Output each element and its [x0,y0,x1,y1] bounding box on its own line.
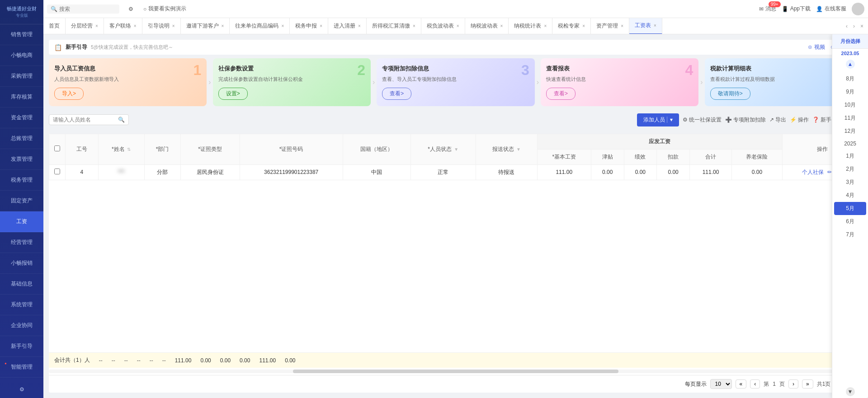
op-social-insurance[interactable]: 个人社保 [802,169,824,175]
month-item-10[interactable]: 5月 [834,202,866,215]
scrollbar-thumb[interactable] [293,370,618,373]
sidebar-item-17[interactable]: 应用中心 [0,378,43,381]
sidebar-item-11[interactable]: 小畅报销 [0,253,43,274]
toolbar-action-1[interactable]: ➕专项附加扣除 [725,116,766,124]
tab-12[interactable]: 税检专家× [552,18,591,34]
month-item-8[interactable]: 3月 [834,176,866,189]
month-item-3[interactable]: 11月 [834,112,866,125]
tab-1[interactable]: 分层经营× [66,18,104,34]
select-all-checkbox[interactable] [54,145,60,151]
sidebar-item-3[interactable]: 库存核算 [0,87,43,108]
sidebar-item-1[interactable]: 小畅电商 [0,45,43,66]
month-item-9[interactable]: 4月 [834,189,866,202]
demo-btn[interactable]: ○ 我要看实例演示 [139,3,191,14]
online-service-btn[interactable]: 👤 在线客服 [816,5,846,13]
sidebar-item-14[interactable]: 企业协同 [0,315,43,336]
th-report-status[interactable]: 报送状态 ▼ [476,134,537,164]
op-edit[interactable]: ✏ [827,169,832,175]
search-input[interactable] [59,6,104,12]
row-checkbox-0[interactable] [54,169,60,174]
month-item-12[interactable]: 7月 [834,228,866,241]
tab-close-11[interactable]: × [544,23,547,28]
tab-prev-btn[interactable]: ‹ [843,21,850,31]
add-employee-dropdown[interactable]: ▾ [667,117,673,123]
tab-0[interactable]: 首页 [43,18,66,34]
toolbar-action-2[interactable]: ↗导出 [769,116,786,124]
th-checkbox[interactable] [49,134,66,164]
step-btn-3[interactable]: 查看> [382,88,411,100]
per-page-select[interactable]: 10 [710,379,732,389]
th-name[interactable]: *姓名 ⇅ [98,134,144,164]
month-item-11[interactable]: 6月 [834,215,866,228]
sidebar-item-2[interactable]: 采购管理 [0,66,43,87]
tab-7[interactable]: 进入清册× [328,18,367,34]
sidebar-item-16[interactable]: 智能管理 [0,357,43,378]
tab-close-13[interactable]: × [621,23,623,28]
tab-13[interactable]: 资产管理× [591,18,629,34]
sidebar-item-7[interactable]: 税务管理 [0,170,43,191]
step-btn-1[interactable]: 导入> [54,88,84,100]
sidebar-item-13[interactable]: 系统管理 [0,295,43,315]
topbar-search[interactable]: 🔍 [47,5,119,14]
tab-3[interactable]: 引导说明× [142,18,181,34]
tab-2[interactable]: 客户联络× [104,18,142,34]
sidebar-item-15[interactable]: 新手引导 [0,336,43,357]
month-item-0[interactable]: 8月 [834,72,866,85]
tab-close-8[interactable]: × [413,23,415,28]
tab-close-10[interactable]: × [500,23,503,28]
month-item-7[interactable]: 2月 [834,163,866,176]
sidebar-item-9[interactable]: 工资 [0,211,43,232]
tab-4[interactable]: 邀请下游客户× [181,18,230,34]
th-status[interactable]: *人员状态 ▼ [410,134,476,164]
toolbar-action-3[interactable]: ⚡操作 [790,116,809,124]
settings-icon[interactable]: ⚙ [0,381,43,398]
tab-9[interactable]: 税负波动表× [421,18,465,34]
tab-close-all-btn[interactable]: × [858,21,866,31]
tab-close-7[interactable]: × [358,23,361,28]
tab-close-6[interactable]: × [320,23,322,28]
user-avatar[interactable] [852,3,864,15]
tab-close-1[interactable]: × [95,23,98,28]
sidebar-item-4[interactable]: 资金管理 [0,108,43,128]
month-item-4[interactable]: 12月 [834,125,866,138]
month-item-1[interactable]: 9月 [834,85,866,98]
tab-11[interactable]: 纳税统计表× [509,18,552,34]
tab-5[interactable]: 往来单位商品编码× [230,18,290,34]
row-checkbox-cell[interactable] [49,164,66,180]
sidebar-item-5[interactable]: 总账管理 [0,128,43,149]
table-scrollbar[interactable] [49,370,863,373]
month-item-2[interactable]: 10月 [834,98,866,112]
tab-close-5[interactable]: × [281,23,284,28]
tab-close-14[interactable]: × [654,23,656,28]
message-btn[interactable]: ✉ 消息 99+ [759,5,776,13]
tab-next-btn[interactable]: › [850,21,858,31]
tab-close-3[interactable]: × [172,23,175,28]
month-year-badge[interactable]: 2025 [834,138,866,150]
tab-close-12[interactable]: × [582,23,585,28]
employee-search-input[interactable] [53,117,116,123]
sidebar-item-10[interactable]: 经营管理 [0,232,43,253]
app-download-btn[interactable]: 📱 App下载 [782,5,811,13]
last-page-btn[interactable]: » [802,379,813,389]
tab-close-4[interactable]: × [222,23,224,28]
tab-close-2[interactable]: × [134,23,137,28]
prev-page-btn[interactable]: ‹ [750,379,760,389]
sidebar-item-8[interactable]: 固定资产 [0,191,43,211]
month-picker-up-btn[interactable]: ▲ [846,60,855,69]
tab-8[interactable]: 所得税汇算清缴× [367,18,421,34]
sidebar-item-6[interactable]: 发票管理 [0,149,43,170]
settings-btn[interactable]: ⚙ [125,4,137,14]
step-btn-2[interactable]: 设置> [218,88,248,100]
tab-6[interactable]: 税务申报× [290,18,328,34]
sidebar-item-0[interactable]: 销售管理 [0,24,43,45]
employee-search[interactable]: 🔍 [49,114,129,125]
sidebar-item-12[interactable]: 基础信息 [0,274,43,295]
step-btn-5[interactable]: 敬请期待> [710,88,750,100]
step-btn-4[interactable]: 查看> [546,88,576,100]
next-page-btn[interactable]: › [788,379,798,389]
guide-video-btn[interactable]: ⊙ 视频 [808,43,825,51]
tab-close-9[interactable]: × [457,23,459,28]
first-page-btn[interactable]: « [736,379,747,389]
month-picker-down-btn[interactable]: ▼ [846,387,855,396]
add-employee-btn[interactable]: 添加人员 ▾ [637,113,679,126]
